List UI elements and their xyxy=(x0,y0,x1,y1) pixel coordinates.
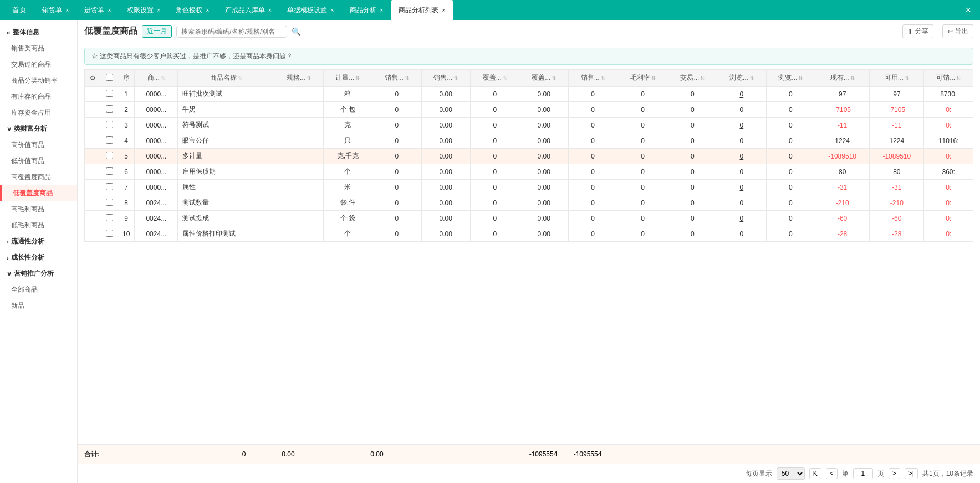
row-settings[interactable] xyxy=(85,195,101,211)
row-settings[interactable] xyxy=(85,211,101,226)
row-browse1[interactable]: 0 xyxy=(717,149,766,164)
col-spec[interactable]: 规格...⇅ xyxy=(274,70,323,87)
col-sales2[interactable]: 销售...⇅ xyxy=(568,70,617,87)
row-checkbox[interactable] xyxy=(101,149,118,164)
row-browse1[interactable]: 0 xyxy=(717,133,766,149)
nav-close-icon[interactable]: × xyxy=(206,7,209,13)
nav-close-icon[interactable]: × xyxy=(380,7,383,13)
first-page-button[interactable]: K xyxy=(809,468,821,479)
col-code[interactable]: 商...⇅ xyxy=(135,70,178,87)
col-sellable[interactable]: 可销...⇅ xyxy=(924,70,973,87)
export-button[interactable]: ↩ 导出 xyxy=(942,24,973,38)
row-settings[interactable] xyxy=(85,118,101,133)
share-button[interactable]: ⬆ 分享 xyxy=(902,24,933,38)
sidebar-item-high-coverage[interactable]: 高覆盖度商品 xyxy=(0,169,77,185)
sidebar-item-high-value[interactable]: 高价值商品 xyxy=(0,137,77,153)
sidebar-item-new-goods[interactable]: 新品 xyxy=(0,298,77,314)
col-unit[interactable]: 计量...⇅ xyxy=(323,70,372,87)
col-sales-qty[interactable]: 销售...⇅ xyxy=(372,70,421,87)
nav-permissions[interactable]: 权限设置 × xyxy=(119,0,168,20)
sidebar-section-flow[interactable]: › 流通性分析 xyxy=(0,233,77,250)
col-current-stock[interactable]: 现有...⇅ xyxy=(815,70,870,87)
nav-sales-order[interactable]: 销货单 × xyxy=(34,0,76,20)
nav-close-icon[interactable]: × xyxy=(108,7,111,13)
row-settings[interactable] xyxy=(85,180,101,195)
col-cover2[interactable]: 覆盖...⇅ xyxy=(519,70,568,87)
nav-template[interactable]: 单据模板设置 × xyxy=(279,0,341,20)
row-select-checkbox[interactable] xyxy=(106,230,113,237)
sidebar-item-low-margin[interactable]: 低毛利商品 xyxy=(0,217,77,233)
table-container[interactable]: ⚙ 序 商...⇅ 商品名称⇅ 规格...⇅ 计量...⇅ 销售...⇅ 销售.… xyxy=(84,69,973,444)
col-browse1[interactable]: 浏览...⇅ xyxy=(717,70,766,87)
nav-close-icon[interactable]: × xyxy=(268,7,272,13)
row-checkbox[interactable] xyxy=(101,226,118,242)
col-settings[interactable]: ⚙ xyxy=(85,70,101,87)
row-browse1[interactable]: 0 xyxy=(717,164,766,180)
nav-product-stock[interactable]: 产成品入库单 × xyxy=(217,0,279,20)
row-browse1[interactable]: 0 xyxy=(717,226,766,242)
nav-role-auth[interactable]: 角色授权 × xyxy=(168,0,217,20)
col-available[interactable]: 可用...⇅ xyxy=(870,70,924,87)
nav-close-icon[interactable]: × xyxy=(330,7,334,13)
col-trade[interactable]: 交易...⇅ xyxy=(668,70,717,87)
row-select-checkbox[interactable] xyxy=(106,105,113,113)
nav-purchase-order[interactable]: 进货单 × xyxy=(76,0,119,20)
row-select-checkbox[interactable] xyxy=(106,183,113,190)
sidebar-item-low-coverage[interactable]: 低覆盖度商品 xyxy=(0,185,77,201)
current-page-input[interactable] xyxy=(853,468,873,479)
row-checkbox[interactable] xyxy=(101,118,118,133)
row-settings[interactable] xyxy=(85,164,101,180)
sidebar-item-sales-goods[interactable]: 销售类商品 xyxy=(0,40,77,57)
nav-close-icon[interactable]: × xyxy=(65,7,69,13)
row-checkbox[interactable] xyxy=(101,87,118,102)
row-checkbox[interactable] xyxy=(101,164,118,180)
search-button[interactable]: 🔍 xyxy=(292,27,301,36)
row-settings[interactable] xyxy=(85,133,101,149)
window-close-button[interactable]: × xyxy=(961,4,976,16)
row-checkbox[interactable] xyxy=(101,133,118,149)
col-cover1[interactable]: 覆盖...⇅ xyxy=(471,70,519,87)
page-size-select[interactable]: 50 20 100 xyxy=(777,467,805,480)
row-browse1[interactable]: 0 xyxy=(717,102,766,118)
row-select-checkbox[interactable] xyxy=(106,152,113,159)
nav-goods-analysis-list[interactable]: 商品分析列表 × xyxy=(391,0,453,20)
row-select-checkbox[interactable] xyxy=(106,199,113,206)
sidebar-section-overall[interactable]: « 整体信息 xyxy=(0,24,77,40)
nav-close-icon[interactable]: × xyxy=(157,7,160,13)
row-browse1[interactable]: 0 xyxy=(717,211,766,226)
sidebar-item-traded-goods[interactable]: 交易过的商品 xyxy=(0,57,77,73)
row-select-checkbox[interactable] xyxy=(106,121,113,128)
col-checkbox[interactable] xyxy=(101,70,118,87)
row-select-checkbox[interactable] xyxy=(106,136,113,144)
sidebar-section-marketing[interactable]: ∨ 营销推广分析 xyxy=(0,266,77,282)
row-checkbox[interactable] xyxy=(101,195,118,211)
col-name[interactable]: 商品名称⇅ xyxy=(178,70,274,87)
row-browse1[interactable]: 0 xyxy=(717,180,766,195)
search-input[interactable] xyxy=(176,26,287,38)
time-filter-button[interactable]: 近一月 xyxy=(142,25,172,38)
nav-goods-analysis[interactable]: 商品分析 × xyxy=(342,0,391,20)
nav-close-icon-active[interactable]: × xyxy=(442,7,445,13)
sidebar-item-in-stock[interactable]: 有库存的商品 xyxy=(0,89,77,105)
col-sales-amt[interactable]: 销售...⇅ xyxy=(421,70,470,87)
sidebar-section-wealth[interactable]: ∨ 类财富分析 xyxy=(0,121,77,137)
select-all-checkbox[interactable] xyxy=(106,74,113,81)
sidebar-item-high-margin[interactable]: 高毛利商品 xyxy=(0,201,77,217)
row-checkbox[interactable] xyxy=(101,102,118,118)
col-gross-rate[interactable]: 毛利率⇅ xyxy=(617,70,668,87)
row-browse1[interactable]: 0 xyxy=(717,195,766,211)
row-settings[interactable] xyxy=(85,149,101,164)
sidebar-item-low-value[interactable]: 低价值商品 xyxy=(0,153,77,169)
row-select-checkbox[interactable] xyxy=(106,167,113,175)
row-select-checkbox[interactable] xyxy=(106,214,113,221)
sidebar-section-growth[interactable]: › 成长性分析 xyxy=(0,250,77,266)
nav-home[interactable]: 首页 xyxy=(4,0,34,20)
row-settings[interactable] xyxy=(85,102,101,118)
sidebar-item-stock-capital[interactable]: 库存资金占用 xyxy=(0,105,77,121)
last-page-button[interactable]: >| xyxy=(905,468,918,479)
next-page-button[interactable]: > xyxy=(889,468,900,479)
row-settings[interactable] xyxy=(85,226,101,242)
row-checkbox[interactable] xyxy=(101,180,118,195)
row-select-checkbox[interactable] xyxy=(106,90,113,97)
prev-page-button[interactable]: < xyxy=(826,468,838,479)
